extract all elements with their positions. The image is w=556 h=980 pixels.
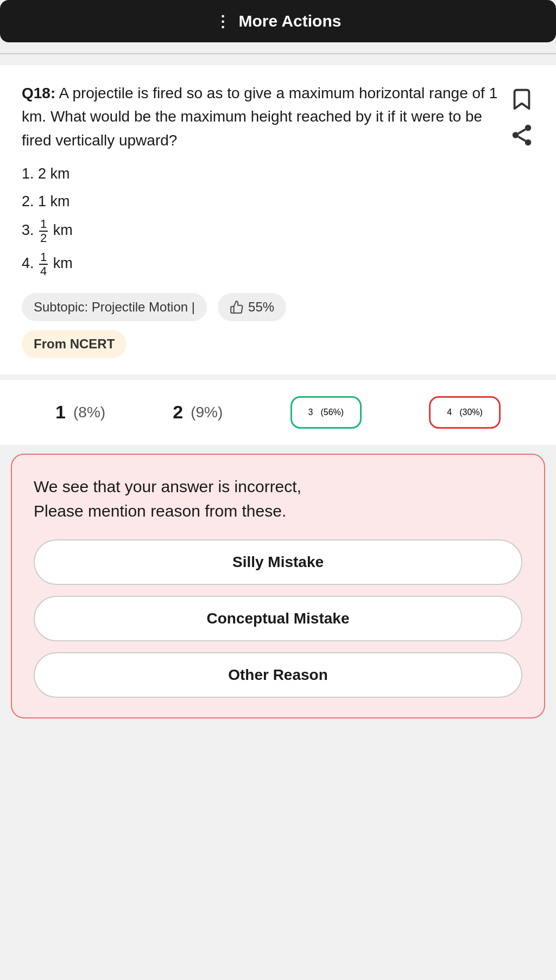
option-num-4: 4 (447, 408, 452, 417)
other-reason-button[interactable]: Other Reason (34, 652, 522, 698)
svg-line-4 (518, 129, 525, 133)
thumbs-up-percent: 55% (248, 300, 274, 315)
subtopic-tag: Subtopic: Projectile Motion | (22, 293, 207, 321)
answer-distribution: 1 (8%) 2 (9%) 3 (56%) 4 (30%) (0, 380, 556, 445)
more-actions-dots-icon: ⋮ (215, 12, 231, 30)
option-num-1: 1 (55, 402, 66, 423)
question-body: A projectile is fired so as to give a ma… (22, 85, 497, 149)
answer-option-2: 2 (9%) (173, 402, 223, 423)
option-4: 4. 14 km (22, 251, 498, 278)
share-button[interactable] (509, 123, 534, 148)
question-header: Q18: A projectile is fired so as to give… (22, 81, 534, 278)
tags-row: Subtopic: Projectile Motion | 55% (22, 293, 534, 321)
question-text: Q18: A projectile is fired so as to give… (22, 81, 498, 152)
fraction-half: 12 (39, 218, 48, 245)
option-2: 2. 1 km (22, 190, 498, 213)
more-actions-bar[interactable]: ⋮ More Actions (0, 0, 556, 42)
question-text-block: Q18: A projectile is fired so as to give… (22, 81, 498, 278)
svg-point-1 (513, 132, 519, 138)
silly-mistake-button[interactable]: Silly Mistake (34, 539, 522, 585)
thumbs-up-icon (230, 300, 244, 314)
question-options: 1. 2 km 2. 1 km 3. 12 km 4. 14 km (22, 163, 498, 278)
option-1: 1. 2 km (22, 163, 498, 185)
feedback-wrapper: We see that your answer is incorrect,Ple… (0, 445, 556, 740)
option-pct-3: (56%) (320, 408, 344, 417)
fraction-quarter: 14 (39, 251, 48, 278)
question-number: Q18: (22, 85, 55, 101)
question-section: Q18: A projectile is fired so as to give… (22, 81, 534, 358)
svg-point-2 (525, 139, 532, 146)
answer-option-3-correct: 3 (56%) (290, 396, 362, 429)
divider (0, 53, 556, 54)
svg-point-0 (525, 125, 532, 131)
action-icons (509, 81, 534, 148)
svg-line-3 (518, 137, 525, 141)
feedback-title: We see that your answer is incorrect,Ple… (34, 474, 522, 523)
conceptual-mistake-button[interactable]: Conceptual Mistake (34, 596, 522, 641)
option-num-2: 2 (173, 402, 183, 423)
reason-buttons: Silly Mistake Conceptual Mistake Other R… (34, 539, 522, 698)
more-actions-label: More Actions (239, 12, 342, 30)
bookmark-button[interactable] (509, 87, 534, 112)
answer-option-1: 1 (8%) (55, 402, 105, 423)
option-pct-2: (9%) (191, 404, 223, 421)
thumbs-up-tag: 55% (218, 293, 286, 321)
ncert-tag-wrapper: From NCERT (22, 321, 534, 358)
option-num-3: 3 (308, 408, 313, 417)
answer-option-4-incorrect: 4 (30%) (429, 396, 501, 429)
ncert-tag: From NCERT (22, 330, 127, 358)
incorrect-feedback: We see that your answer is incorrect,Ple… (11, 454, 545, 718)
option-pct-4: (30%) (459, 408, 483, 417)
option-3: 3. 12 km (22, 218, 498, 245)
option-pct-1: (8%) (73, 404, 105, 421)
question-card: Q18: A projectile is fired so as to give… (0, 65, 556, 374)
